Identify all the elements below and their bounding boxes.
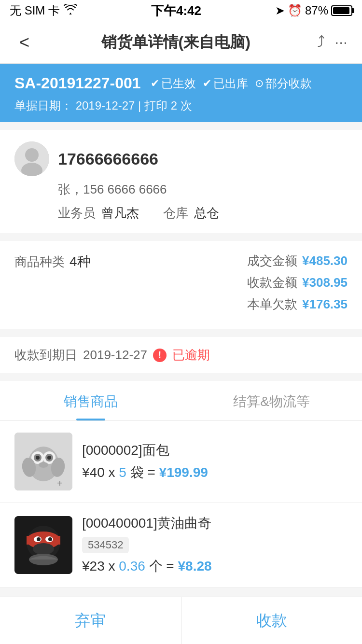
product-total-1: ¥199.99 <box>159 465 208 480</box>
product-batch-2: 534532 <box>82 537 129 553</box>
more-icon[interactable]: ··· <box>334 33 348 51</box>
share-icon[interactable]: ⤴ <box>317 33 325 51</box>
order-id: SA-20191227-001 <box>14 74 141 92</box>
confirm-label: 收款 <box>256 610 287 631</box>
list-item: + [0000002]面包 ¥40 x 5 袋 = ¥199.99 <box>0 421 362 503</box>
customer-id: 17666666666 <box>58 150 158 168</box>
confirm-button[interactable]: 收款 <box>181 597 362 644</box>
clock-icon: ⊙ <box>255 77 264 90</box>
list-item: [000400001]黄油曲奇 534532 ¥23 x 0.36 个 = ¥8… <box>0 503 362 588</box>
customer-name: 张，156 6666 6666 <box>58 181 348 198</box>
due-date: 2019-12-27 <box>83 348 147 363</box>
stats-right: 成交金额 ¥485.30 收款金额 ¥308.95 本单欠款 ¥176.35 <box>247 252 348 318</box>
product-unit-price-2: ¥23 <box>82 559 105 574</box>
deal-amount-value: ¥485.30 <box>302 253 348 268</box>
status-delivered: ✔ 已出库 <box>203 76 248 91</box>
received-amount-row: 收款金额 ¥308.95 <box>247 274 348 291</box>
bottom-bar: 弃审 收款 <box>0 597 362 644</box>
banner-date-row: 单据日期： 2019-12-27 | 打印 2 次 <box>14 98 348 113</box>
stats-row: 商品种类 4种 成交金额 ¥485.30 收款金额 ¥308.95 本单欠款 ¥… <box>14 252 348 318</box>
alarm-icon: ⏰ <box>288 4 302 17</box>
product-qty-2: 0.36 <box>119 559 145 574</box>
status-bar: 无 SIM 卡 下午4:42 ➤ ⏰ 87% <box>0 0 362 21</box>
stats-section: 商品种类 4种 成交金额 ¥485.30 收款金额 ¥308.95 本单欠款 ¥… <box>0 241 362 329</box>
product-unit-2: 个 <box>149 559 163 574</box>
product-unit-1: 袋 <box>130 465 144 480</box>
product-price-2: ¥23 x 0.36 个 = ¥8.28 <box>82 557 348 575</box>
tab-products[interactable]: 销售商品 <box>0 381 181 420</box>
deal-amount-row: 成交金额 ¥485.30 <box>247 252 348 269</box>
page-title: 销货单详情(来自电脑) <box>101 32 251 53</box>
svg-point-11 <box>39 462 48 468</box>
product-qty-1: 5 <box>119 465 126 480</box>
wifi-icon <box>64 4 77 17</box>
check-icon-1: ✔ <box>151 77 159 90</box>
warehouse-label: 仓库 <box>163 205 188 222</box>
battery-percent: 87% <box>305 4 328 17</box>
status-left: 无 SIM 卡 <box>10 3 77 18</box>
avatar <box>14 141 49 176</box>
customer-detail: 业务员 曾凡杰 仓库 总仓 <box>58 205 348 222</box>
status-tags: ✔ 已生效 ✔ 已出库 ⊙ 部分收款 <box>151 76 312 91</box>
tab-settlement[interactable]: 结算&物流等 <box>181 381 362 420</box>
deal-amount-label: 成交金额 <box>247 252 297 269</box>
print-suffix: 次 <box>181 99 192 112</box>
product-types-row: 商品种类 4种 <box>14 252 91 271</box>
debt-amount-label: 本单欠款 <box>247 296 297 313</box>
svg-text:+: + <box>57 478 63 489</box>
stats-left: 商品种类 4种 <box>14 252 91 276</box>
order-date: 2019-12-27 <box>76 99 135 112</box>
product-info-2: [000400001]黄油曲奇 534532 ¥23 x 0.36 个 = ¥8… <box>82 514 348 575</box>
overdue-text: 已逾期 <box>172 347 210 364</box>
debt-amount-row: 本单欠款 ¥176.35 <box>247 296 348 313</box>
status-right: ➤ ⏰ 87% <box>275 4 352 17</box>
product-types-value: 4种 <box>70 252 91 271</box>
tabs-section: 销售商品 结算&物流等 <box>0 381 362 421</box>
svg-point-23 <box>33 543 54 555</box>
received-amount-label: 收款金额 <box>247 274 297 291</box>
product-list: + [0000002]面包 ¥40 x 5 袋 = ¥199.99 <box>0 421 362 588</box>
status-effective: ✔ 已生效 <box>151 76 196 91</box>
back-button[interactable]: < <box>14 28 34 57</box>
svg-point-9 <box>36 456 40 460</box>
product-image-1: + <box>14 433 72 490</box>
product-name-2: [000400001]黄油曲奇 <box>82 514 348 532</box>
location-icon: ➤ <box>275 4 285 17</box>
product-name-1: [0000002]面包 <box>82 441 348 460</box>
print-label: | 打印 <box>138 99 167 112</box>
svg-point-1 <box>25 148 39 162</box>
product-unit-price-1: ¥40 <box>82 465 105 480</box>
svg-point-22 <box>48 537 52 541</box>
sales-label: 业务员 <box>58 205 96 222</box>
tab-settlement-label: 结算&物流等 <box>233 394 310 409</box>
banner-row1: SA-20191227-001 ✔ 已生效 ✔ 已出库 ⊙ 部分收款 <box>14 74 348 92</box>
svg-point-21 <box>37 537 41 541</box>
header-banner: SA-20191227-001 ✔ 已生效 ✔ 已出库 ⊙ 部分收款 单据日期：… <box>0 64 362 122</box>
product-image-2 <box>14 516 72 574</box>
overdue-badge: ! <box>153 349 167 362</box>
carrier-text: 无 SIM 卡 <box>10 3 60 18</box>
debt-amount-value: ¥176.35 <box>302 297 348 312</box>
svg-point-10 <box>47 456 51 460</box>
print-count: 2 <box>171 99 177 112</box>
cancel-button[interactable]: 弃审 <box>0 597 181 644</box>
status-partial-payment: ⊙ 部分收款 <box>255 76 312 91</box>
due-label: 收款到期日 <box>14 347 77 364</box>
check-icon-2: ✔ <box>203 77 211 90</box>
cancel-label: 弃审 <box>75 610 106 631</box>
customer-section: 17666666666 张，156 6666 6666 业务员 曾凡杰 仓库 总… <box>0 130 362 233</box>
tab-products-label: 销售商品 <box>64 394 118 409</box>
battery-icon <box>331 5 352 16</box>
customer-top: 17666666666 <box>14 141 348 176</box>
nav-actions: ⤴ ··· <box>317 33 348 51</box>
product-info-1: [0000002]面包 ¥40 x 5 袋 = ¥199.99 <box>82 441 348 482</box>
product-price-1: ¥40 x 5 袋 = ¥199.99 <box>82 463 348 482</box>
nav-bar: < 销货单详情(来自电脑) ⤴ ··· <box>0 21 362 64</box>
warehouse-name: 总仓 <box>194 205 219 222</box>
date-label: 单据日期： <box>14 99 72 112</box>
received-amount-value: ¥308.95 <box>302 275 348 290</box>
product-types-label: 商品种类 <box>14 253 65 270</box>
status-time: 下午4:42 <box>151 2 201 19</box>
sales-name: 曾凡杰 <box>101 205 139 222</box>
due-section: 收款到期日 2019-12-27 ! 已逾期 <box>0 337 362 373</box>
